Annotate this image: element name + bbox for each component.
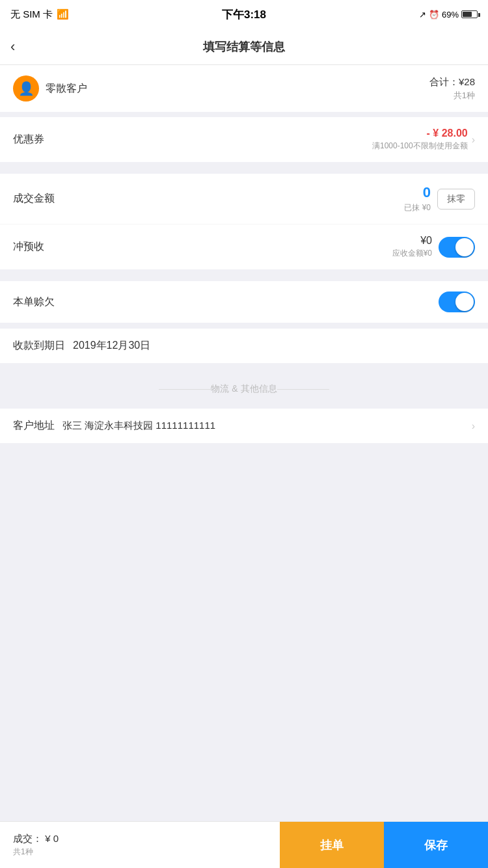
debt-section: 本单赊欠	[0, 281, 488, 323]
prepayment-sub: 应收金额¥0	[392, 248, 432, 259]
status-right: ↗ ⏰ 69%	[419, 10, 478, 20]
logistics-text: 物流 & 其他信息	[198, 383, 290, 395]
address-value: 张三 海淀永丰科技园 11111111111	[62, 420, 472, 432]
deal-amount-right: 0 已抹 ¥0 抹零	[404, 184, 475, 213]
address-section[interactable]: 客户地址 张三 海淀永丰科技园 11111111111 ›	[0, 409, 488, 443]
nav-bar: ‹ 填写结算等信息	[0, 29, 488, 65]
address-label: 客户地址	[13, 419, 55, 433]
duedate-value: 2019年12月30日	[73, 339, 150, 353]
customer-total-amount: 合计：¥28	[429, 76, 475, 88]
coupon-label: 优惠券	[13, 133, 44, 146]
status-bar: 无 SIM 卡 📶 下午3:18 ↗ ⏰ 69%	[0, 0, 488, 29]
content: 👤 零散客户 合计：¥28 共1种 优惠券 - ¥ 28.00 满1000-10…	[0, 65, 488, 495]
section-divider-2	[0, 275, 488, 281]
deal-amount-value: 0	[404, 184, 431, 201]
section-divider-3	[0, 363, 488, 370]
wifi-icon: 📶	[57, 8, 69, 20]
battery-text: 69%	[442, 10, 459, 20]
coupon-section[interactable]: 优惠券 - ¥ 28.00 满1000-100不限制使用金额 ›	[0, 117, 488, 162]
debt-toggle-thumb	[455, 293, 474, 311]
alarm-icon: ⏰	[429, 10, 439, 20]
maolin-button[interactable]: 抹零	[437, 189, 475, 210]
customer-name: 零散客户	[46, 82, 87, 96]
coupon-value-area: - ¥ 28.00 满1000-100不限制使用金额	[372, 128, 468, 152]
bottom-total: 成交： ¥ 0	[13, 833, 267, 845]
customer-info: 👤 零散客户	[13, 75, 87, 102]
customer-section: 👤 零散客户 合计：¥28 共1种	[0, 65, 488, 112]
toggle-thumb	[455, 238, 474, 256]
deal-amount-label: 成交金额	[13, 192, 55, 206]
bottom-info: 成交： ¥ 0 共1种	[0, 833, 280, 858]
avatar: 👤	[13, 75, 39, 102]
status-time: 下午3:18	[222, 7, 266, 22]
debt-label: 本单赊欠	[13, 295, 55, 309]
deal-amount-row: 成交金额 0 已抹 ¥0 抹零	[0, 174, 488, 224]
logistics-divider: 物流 & 其他信息	[0, 375, 488, 403]
deal-amount-sub: 已抹 ¥0	[404, 202, 431, 213]
coupon-right: - ¥ 28.00 满1000-100不限制使用金额 ›	[372, 128, 475, 152]
prepayment-right: ¥0 应收金额¥0	[392, 235, 475, 259]
deal-amount-section: 成交金额 0 已抹 ¥0 抹零 冲预收 ¥0 应收金额¥0	[0, 174, 488, 269]
status-left: 无 SIM 卡 📶	[10, 8, 69, 21]
save-button[interactable]: 保存	[384, 822, 488, 868]
prepayment-toggle[interactable]	[439, 237, 475, 258]
section-divider-1	[0, 167, 488, 174]
location-icon: ↗	[419, 10, 426, 20]
deal-amount-block: 0 已抹 ¥0	[404, 184, 431, 213]
bottom-bar: 成交： ¥ 0 共1种 挂单 保存	[0, 821, 488, 868]
bottom-total-value: ¥ 0	[45, 833, 59, 844]
prepayment-label: 冲预收	[13, 240, 44, 254]
prepayment-value: ¥0	[392, 235, 432, 247]
chevron-right-icon: ›	[472, 134, 475, 146]
back-button[interactable]: ‹	[10, 38, 15, 55]
hang-button[interactable]: 挂单	[280, 822, 384, 868]
prepayment-row: 冲预收 ¥0 应收金额¥0	[0, 224, 488, 269]
bottom-total-label: 成交：	[13, 833, 42, 844]
page-title: 填写结算等信息	[203, 39, 285, 55]
coupon-amount: - ¥ 28.00	[372, 128, 468, 139]
duedate-section: 收款到期日 2019年12月30日	[0, 328, 488, 363]
duedate-row: 收款到期日 2019年12月30日	[13, 339, 475, 353]
battery-icon	[461, 10, 478, 18]
customer-item-count: 共1种	[429, 90, 475, 102]
debt-toggle[interactable]	[439, 292, 475, 312]
carrier-text: 无 SIM 卡	[10, 8, 53, 21]
bottom-count: 共1种	[13, 847, 267, 858]
address-chevron-icon: ›	[472, 420, 475, 432]
prepayment-value-block: ¥0 应收金额¥0	[392, 235, 432, 259]
customer-total-info: 合计：¥28 共1种	[429, 76, 475, 102]
duedate-label: 收款到期日	[13, 339, 65, 353]
coupon-desc: 满1000-100不限制使用金额	[372, 141, 468, 152]
